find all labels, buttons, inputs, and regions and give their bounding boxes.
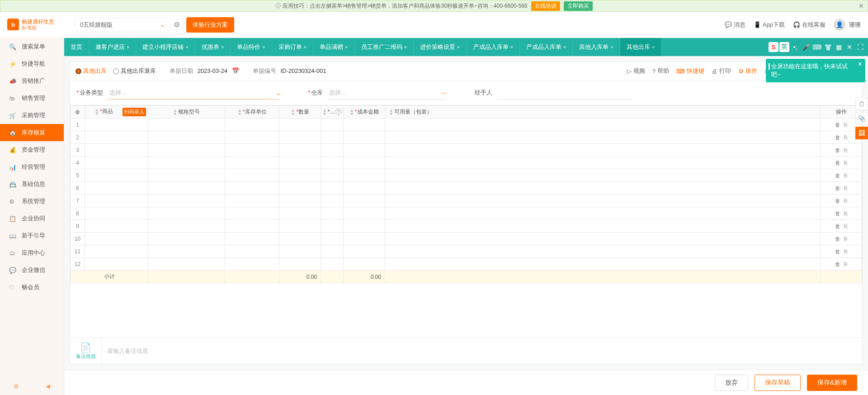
help-link[interactable]: ?帮助 — [652, 67, 669, 75]
table-row[interactable]: 8🗑⎘ — [71, 207, 862, 220]
nav-tab-10[interactable]: 产成品入库单× — [520, 38, 573, 56]
online-service-link[interactable]: 🎧在线客服 — [793, 21, 826, 29]
nav-tab-3[interactable]: 优惠券× — [195, 38, 231, 56]
table-row[interactable]: 9🗑⎘ — [71, 220, 862, 233]
ime-mic-icon[interactable]: 🎤 — [801, 42, 811, 52]
sidebar-settings-icon[interactable]: ⚙ — [14, 383, 19, 390]
copy-row-icon[interactable]: ⎘ — [844, 147, 847, 153]
nav-tab-8[interactable]: 进价策略设置× — [414, 38, 467, 56]
operate-link[interactable]: ⚙操作 — [738, 67, 757, 75]
copy-row-icon[interactable]: ⎘ — [844, 236, 847, 242]
sidebar-item-3[interactable]: 🛍销售管理 — [0, 90, 64, 107]
sidebar-item-11[interactable]: 📖新手引导 — [0, 227, 64, 244]
close-tab-icon[interactable]: × — [304, 44, 307, 50]
sidebar-item-4[interactable]: 🛒采购管理 — [0, 107, 64, 124]
messages-link[interactable]: 💬消息 — [725, 21, 745, 29]
biztype-input[interactable] — [108, 86, 279, 100]
rail-image-icon[interactable]: 🖼 — [855, 127, 868, 139]
nav-tab-2[interactable]: 建立小程序店铺× — [136, 38, 195, 56]
table-row[interactable]: 10🗑⎘ — [71, 233, 862, 245]
sidebar-item-10[interactable]: 📋企业协同 — [0, 210, 64, 227]
close-tip-icon[interactable]: ✕ — [858, 61, 863, 67]
close-tab-icon[interactable]: × — [127, 44, 129, 50]
sidebar-item-0[interactable]: 🔍搜索菜单 — [0, 38, 64, 55]
chevron-down-icon[interactable]: ⌄ — [276, 90, 281, 96]
copy-row-icon[interactable]: ⎘ — [844, 122, 847, 128]
close-tab-icon[interactable]: × — [404, 44, 407, 50]
nav-tab-7[interactable]: 员工推广二维码× — [355, 38, 414, 56]
copy-row-icon[interactable]: ⎘ — [844, 223, 847, 229]
help-icon[interactable]: ? — [335, 109, 342, 115]
close-tab-icon[interactable]: × — [185, 44, 188, 50]
delete-row-icon[interactable]: 🗑 — [835, 147, 840, 153]
copy-row-icon[interactable]: ⎘ — [844, 261, 847, 267]
delete-row-icon[interactable]: 🗑 — [835, 198, 840, 204]
delete-row-icon[interactable]: 🗑 — [835, 210, 840, 217]
sidebar-item-12[interactable]: 🗂应用中心 — [0, 244, 64, 262]
nav-tab-9[interactable]: 产成品入库单× — [467, 38, 520, 56]
col-cost[interactable]: ▲▼*成本金额 — [344, 106, 385, 119]
sidebar-item-9[interactable]: ⚙系统管理 — [0, 193, 64, 210]
col-spec[interactable]: ▲▼规格型号 — [148, 106, 225, 119]
save-new-button[interactable]: 保存&新增 — [807, 375, 857, 391]
close-tab-icon[interactable]: × — [563, 44, 566, 50]
settings-icon[interactable]: ⚙ — [174, 20, 180, 29]
close-tab-icon[interactable]: × — [610, 44, 613, 50]
close-tab-icon[interactable]: × — [652, 44, 655, 50]
table-row[interactable]: 6🗑⎘ — [71, 182, 862, 195]
col-avail[interactable]: ▲▼可用量（包装） — [385, 106, 821, 119]
sidebar-item-1[interactable]: ⚡快捷导航 — [0, 55, 64, 72]
close-tab-icon[interactable]: × — [457, 44, 460, 50]
close-tab-icon[interactable]: × — [345, 44, 348, 50]
col-product[interactable]: ▲▼*商品扫码录入 — [85, 106, 148, 119]
close-tab-icon[interactable]: × — [262, 44, 265, 50]
ime-comma-icon[interactable]: •, — [790, 42, 800, 52]
radio-other-out-return[interactable]: 其他出库退库 — [113, 67, 156, 75]
calendar-icon[interactable]: 📅 — [232, 67, 239, 74]
delete-row-icon[interactable]: 🗑 — [835, 248, 840, 255]
user-menu[interactable]: 👤珊珊 — [834, 19, 861, 31]
rail-note-icon[interactable]: 🗒 — [855, 98, 868, 110]
delete-row-icon[interactable]: 🗑 — [835, 223, 840, 229]
scan-entry-button[interactable]: 扫码录入 — [123, 108, 146, 116]
copy-row-icon[interactable]: ⎘ — [844, 172, 847, 179]
video-link[interactable]: ▷视频 — [627, 67, 645, 75]
table-row[interactable]: 3🗑⎘ — [71, 144, 862, 157]
copy-row-icon[interactable]: ⎘ — [844, 134, 847, 141]
delete-row-icon[interactable]: 🗑 — [835, 172, 840, 179]
remark-input[interactable] — [102, 338, 862, 364]
close-tab-icon[interactable]: × — [221, 44, 224, 50]
online-training-button[interactable]: 在线培训 — [531, 1, 560, 11]
copy-row-icon[interactable]: ⎘ — [844, 185, 847, 191]
app-download-link[interactable]: 📱App下载 — [754, 21, 785, 29]
sidebar-item-7[interactable]: 📊经营管理 — [0, 158, 64, 176]
experience-button[interactable]: 体验行业方案 — [186, 17, 234, 33]
ime-indicator[interactable]: S — [769, 42, 778, 52]
table-row[interactable]: 7🗑⎘ — [71, 195, 862, 207]
sidebar-item-5[interactable]: 🏠库存核算 — [0, 124, 64, 141]
org-selector[interactable]: 0五组旗舰版 ⌄ — [75, 18, 170, 32]
copy-row-icon[interactable]: ⎘ — [844, 160, 847, 166]
delete-row-icon[interactable]: 🗑 — [835, 134, 840, 141]
close-banner-icon[interactable]: ✕ — [859, 2, 864, 10]
nav-tab-4[interactable]: 单品特价× — [231, 38, 272, 56]
table-row[interactable]: 2🗑⎘ — [71, 131, 862, 144]
nav-tab-11[interactable]: 其他入库单× — [573, 38, 620, 56]
col-unit[interactable]: ▲▼*库存单位 — [225, 106, 279, 119]
save-draft-button[interactable]: 保存草稿 — [755, 375, 801, 391]
sidebar-item-8[interactable]: 📇基础信息 — [0, 176, 64, 193]
table-row[interactable]: 4🗑⎘ — [71, 157, 862, 169]
rail-attach-icon[interactable]: 📎 — [855, 112, 868, 125]
discard-button[interactable]: 放弃 — [715, 375, 748, 391]
delete-row-icon[interactable]: 🗑 — [835, 261, 840, 267]
print-link[interactable]: 🖨打印 — [712, 67, 731, 75]
nav-tab-6[interactable]: 单品满赠× — [313, 38, 354, 56]
nav-close-all-icon[interactable]: ✕ — [844, 42, 854, 52]
ime-lang[interactable]: 英 — [779, 42, 789, 52]
sidebar-item-13[interactable]: 💬企业微信 — [0, 262, 64, 279]
ime-skin-icon[interactable]: 👕 — [823, 42, 833, 52]
delete-row-icon[interactable]: 🗑 — [835, 160, 840, 166]
delete-row-icon[interactable]: 🗑 — [835, 122, 840, 128]
delete-row-icon[interactable]: 🗑 — [835, 236, 840, 242]
sidebar-item-6[interactable]: 💰资金管理 — [0, 141, 64, 158]
